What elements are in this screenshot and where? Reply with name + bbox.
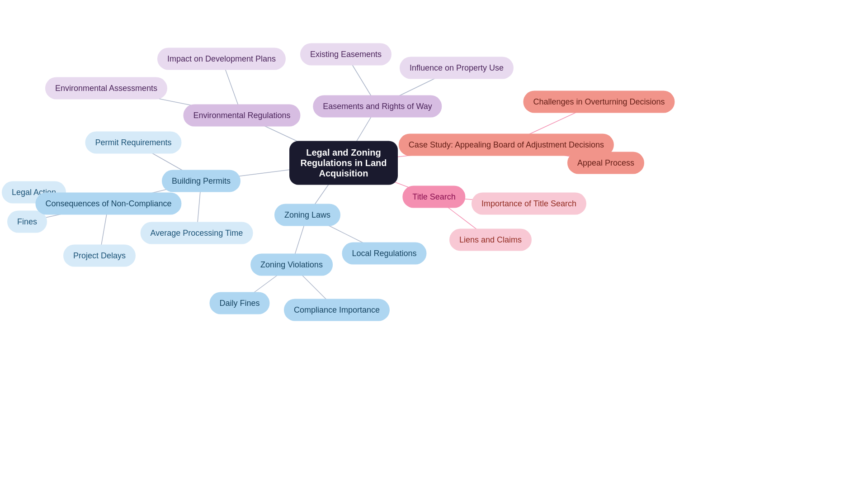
mindmap-container: Legal and Zoning Regulations in Land Acq… — [0, 0, 868, 490]
node-appeal-process[interactable]: Appeal Process — [567, 152, 644, 174]
center-node: Legal and Zoning Regulations in Land Acq… — [289, 141, 398, 185]
node-impact-dev[interactable]: Impact on Development Plans — [157, 48, 286, 70]
node-project-delays[interactable]: Project Delays — [63, 245, 136, 267]
node-avg-processing[interactable]: Average Processing Time — [141, 222, 253, 244]
node-importance-title[interactable]: Importance of Title Search — [472, 193, 586, 215]
node-permit-req[interactable]: Permit Requirements — [85, 132, 181, 154]
node-existing-easements[interactable]: Existing Easements — [300, 43, 392, 66]
node-zoning-laws[interactable]: Zoning Laws — [274, 204, 340, 226]
node-env-assessments[interactable]: Environmental Assessments — [45, 77, 167, 100]
node-easements-rights[interactable]: Easements and Rights of Way — [313, 95, 442, 118]
node-zoning-violations[interactable]: Zoning Violations — [250, 254, 333, 276]
node-env-regulations[interactable]: Environmental Regulations — [183, 105, 300, 127]
node-local-regulations[interactable]: Local Regulations — [342, 243, 426, 265]
node-title-search[interactable]: Title Search — [402, 186, 465, 208]
node-compliance-importance[interactable]: Compliance Importance — [284, 299, 390, 321]
node-liens-claims[interactable]: Liens and Claims — [449, 229, 532, 251]
node-daily-fines[interactable]: Daily Fines — [209, 292, 269, 314]
node-influence-property[interactable]: Influence on Property Use — [400, 57, 514, 79]
node-consequences[interactable]: Consequences of Non-Compliance — [35, 193, 181, 215]
node-fines[interactable]: Fines — [7, 211, 47, 233]
node-challenges[interactable]: Challenges in Overturning Decisions — [523, 91, 675, 113]
node-building-permits[interactable]: Building Permits — [162, 170, 241, 192]
